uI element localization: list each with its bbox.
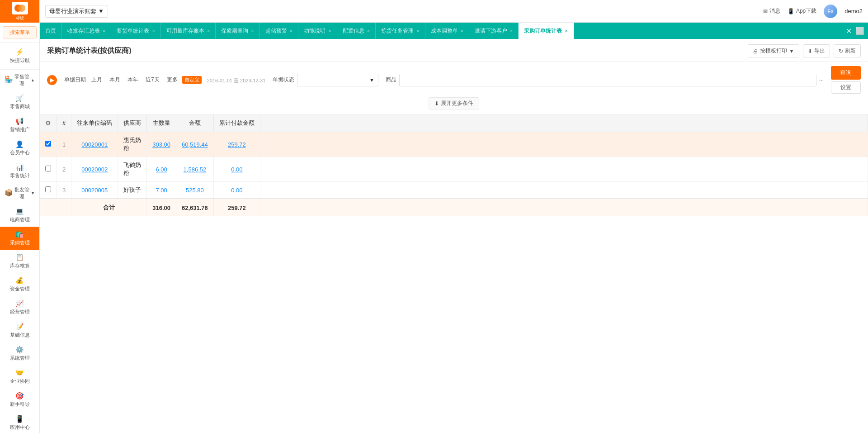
tab-available-stock[interactable]: 可用量库存账本 × <box>161 23 216 39</box>
checkbox-3[interactable] <box>45 186 51 192</box>
tab-function-desc-close-icon[interactable]: × <box>328 28 331 33</box>
tab-close-all-icon[interactable]: ✕ <box>846 27 852 35</box>
date-option-this-month[interactable]: 本月 <box>107 75 123 85</box>
tab-function-desc[interactable]: 功能说明 × <box>298 23 337 39</box>
purchase-icon: 🛍️ <box>15 230 24 238</box>
sidebar-item-inventory[interactable]: 📋 库存核算 <box>0 250 39 273</box>
refresh-button[interactable]: ↻ 刷新 <box>834 44 861 57</box>
table-row[interactable]: 1 00020001 惠氏奶粉 303.00 60,519.44 259.72 <box>40 132 868 157</box>
tab-config-close-icon[interactable]: × <box>367 28 370 33</box>
row-qty[interactable]: 303.00 <box>147 132 176 157</box>
sidebar-item-finance[interactable]: 💰 资金管理 <box>0 273 39 296</box>
checkbox-1[interactable] <box>45 141 51 147</box>
date-custom-badge[interactable]: 自定义 <box>182 76 202 84</box>
tab-overstock-close-icon[interactable]: × <box>290 28 292 33</box>
tab-purchase-order-stats-close-icon[interactable]: × <box>565 28 567 33</box>
th-qty: 主数量 <box>147 114 176 132</box>
row-qty[interactable]: 7.00 <box>147 182 176 199</box>
message-button[interactable]: ✉ 消息 <box>763 7 780 15</box>
main-content: 母婴行业演示账套 ▼ ✉ 消息 📱 App下载 Ea demo2 首页 收发存汇… <box>40 0 868 433</box>
table-row[interactable]: 2 00020002 飞鹤奶粉 6.00 1,586.52 0.00 <box>40 157 868 182</box>
tab-receive-send[interactable]: 收发存汇总表 × <box>62 23 111 39</box>
row-amount[interactable]: 525.80 <box>176 182 214 199</box>
date-option-last-month[interactable]: 上月 <box>89 75 105 85</box>
tab-config[interactable]: 配置信息 × <box>337 23 376 39</box>
tab-home[interactable]: 首页 <box>40 23 62 39</box>
tab-cost-adjust-close-icon[interactable]: × <box>461 28 463 33</box>
row-checkbox[interactable] <box>40 132 57 157</box>
row-paid[interactable]: 0.00 <box>213 182 260 199</box>
sidebar-item-guide[interactable]: 🎯 新手引导 <box>0 388 39 411</box>
app-download-button[interactable]: 📱 App下载 <box>788 7 816 15</box>
row-code[interactable]: 00020002 <box>71 157 118 182</box>
tab-purchase-order-stats[interactable]: 采购订单统计表 × <box>519 23 573 39</box>
table-row[interactable]: 3 00020005 好孩子 7.00 525.80 0.00 <box>40 182 868 199</box>
goods-input[interactable] <box>399 74 816 86</box>
tab-expiry[interactable]: 保质期查询 × <box>216 23 259 39</box>
shortcut-nav-item[interactable]: ⚡ 快捷导航 <box>0 44 39 67</box>
goods-more-button[interactable]: ··· <box>819 77 824 83</box>
query-button[interactable]: 查询 <box>831 66 861 80</box>
workspace-selector[interactable]: 母婴行业演示账套 ▼ <box>45 5 108 18</box>
tab-pick-task-close-icon[interactable]: × <box>416 28 419 33</box>
sidebar-item-marketing[interactable]: 📢 营销推广 <box>0 114 39 137</box>
tab-available-stock-close-icon[interactable]: × <box>207 28 210 33</box>
sidebar-item-retail-mall[interactable]: 🛒 零售商城 <box>0 90 39 114</box>
row-paid[interactable]: 259.72 <box>213 132 260 157</box>
filter-collapse-button[interactable]: ▶ <box>47 75 57 85</box>
row-num: 1 <box>57 132 71 157</box>
tab-maximize-icon[interactable]: ⬜ <box>855 27 864 35</box>
column-settings-icon[interactable]: ⚙ <box>45 119 51 127</box>
tab-overstock[interactable]: 超储预警 × <box>260 23 298 39</box>
date-option-7days[interactable]: 近7天 <box>143 75 162 85</box>
sidebar-item-basic-info[interactable]: 📝 基础信息 <box>0 319 39 342</box>
row-qty[interactable]: 6.00 <box>147 157 176 182</box>
date-filter-label: 单据日期 <box>64 76 86 84</box>
goods-filter-label: 商品 <box>386 76 396 84</box>
tab-cost-adjust[interactable]: 成本调整单 × <box>425 23 469 39</box>
expand-conditions-button[interactable]: ⬇ 展开更多条件 <box>429 97 479 109</box>
sidebar-item-system[interactable]: ⚙️ 系统管理 <box>0 342 39 365</box>
user-avatar[interactable]: Ea <box>824 5 837 18</box>
sidebar-item-collab[interactable]: 🤝 企业协同 <box>0 365 39 388</box>
tab-order-stats-close-icon[interactable]: × <box>152 28 155 33</box>
tab-order-stats[interactable]: 要货单统计表 × <box>111 23 160 39</box>
row-code[interactable]: 00020005 <box>71 182 118 199</box>
table-footer-row: 合计 316.00 62,631.76 259.72 <box>40 199 868 216</box>
tab-overstock-label: 超储预警 <box>265 27 287 35</box>
tab-pick-task[interactable]: 拣货任务管理 × <box>376 23 425 39</box>
sidebar-item-member[interactable]: 👤 会员中心 <box>0 137 39 160</box>
row-checkbox[interactable] <box>40 182 57 199</box>
sidebar-item-purchase[interactable]: 🛍️ 采购管理 <box>0 227 39 250</box>
app-logo[interactable]: 标版 <box>0 0 39 23</box>
page-content: 采购订单统计表(按供应商) 🖨 按模板打印 ▼ ⬇ 导出 ↻ 刷新 <box>40 39 868 433</box>
tab-expiry-close-icon[interactable]: × <box>251 28 254 33</box>
sidebar-item-appstore[interactable]: 📱 应用中心 <box>0 411 39 433</box>
tab-invite-customer-close-icon[interactable]: × <box>510 28 513 33</box>
row-amount[interactable]: 60,519.44 <box>176 132 214 157</box>
export-button[interactable]: ⬇ 导出 <box>803 44 830 57</box>
settings-button[interactable]: 设置 <box>831 81 861 94</box>
row-code[interactable]: 00020001 <box>71 132 118 157</box>
sidebar-item-retail-stats[interactable]: 📊 零售统计 <box>0 160 39 183</box>
print-button[interactable]: 🖨 按模板打印 ▼ <box>748 44 799 57</box>
date-option-this-year[interactable]: 本年 <box>125 75 141 85</box>
row-paid[interactable]: 0.00 <box>213 157 260 182</box>
system-label: 系统管理 <box>10 355 30 362</box>
collab-label: 企业协同 <box>10 378 30 385</box>
sidebar-item-wholesale[interactable]: 📦 批发管理 ▼ <box>0 183 39 204</box>
th-settings[interactable]: ⚙ <box>40 114 57 132</box>
sidebar-item-operations[interactable]: 📈 经营管理 <box>0 296 39 319</box>
checkbox-2[interactable] <box>45 166 51 171</box>
user-name[interactable]: demo2 <box>844 8 863 14</box>
row-checkbox[interactable] <box>40 157 57 182</box>
status-select[interactable]: ▼ <box>297 74 378 86</box>
tab-receive-send-close-icon[interactable]: × <box>103 28 105 33</box>
sidebar-item-ecommerce[interactable]: 💻 电商管理 <box>0 204 39 227</box>
nav-tabs: 首页 收发存汇总表 × 要货单统计表 × 可用量库存账本 × 保质期查询 × 超… <box>40 23 868 39</box>
row-amount[interactable]: 1,586.52 <box>176 157 214 182</box>
search-menu-button[interactable]: 搜索菜单 <box>3 26 37 38</box>
tab-invite-customer[interactable]: 邀请下游客户 × <box>469 23 519 39</box>
sidebar-item-retail-mgmt[interactable]: 🏪 零售管理 ▲ <box>0 70 39 90</box>
date-option-more[interactable]: 更多 <box>164 75 180 85</box>
